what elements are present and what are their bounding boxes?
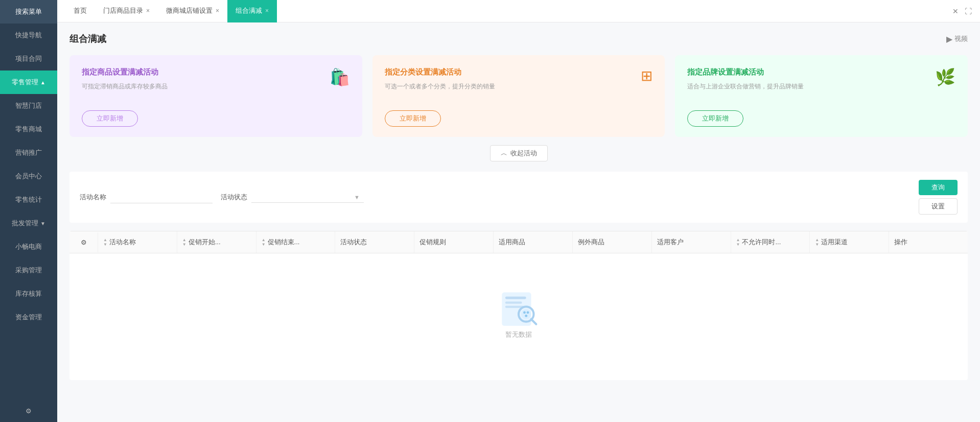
sidebar-item-quick-nav[interactable]: 快捷导航 bbox=[0, 24, 57, 47]
sidebar-item-label: 搜索菜单 bbox=[15, 8, 42, 15]
tab-combo-discount[interactable]: 组合满减 × bbox=[227, 0, 277, 22]
th-applicable-customer: 适用客户 bbox=[652, 231, 731, 253]
sidebar-item-purchase-mgmt[interactable]: 采购管理 bbox=[0, 259, 57, 282]
tab-mini-shop-settings[interactable]: 微商城店铺设置 × bbox=[158, 0, 227, 22]
th-activity-name: ▲▼ 活动名称 bbox=[98, 231, 177, 253]
sidebar-item-label: 批发管理 bbox=[12, 219, 38, 228]
tab-mini-shop-close[interactable]: × bbox=[216, 7, 219, 14]
activity-status-select[interactable]: ▼ bbox=[251, 192, 364, 203]
tab-home[interactable]: 首页 bbox=[65, 0, 95, 22]
sidebar-item-wholesale-mgmt[interactable]: 批发管理 ▼ bbox=[0, 212, 57, 235]
svg-point-5 bbox=[521, 309, 531, 319]
th-applicable-channel-label: 适用渠道 bbox=[821, 238, 848, 247]
sidebar-item-member-center[interactable]: 会员中心 bbox=[0, 165, 57, 188]
tab-mini-shop-label: 微商城店铺设置 bbox=[166, 6, 213, 15]
sidebar-item-label: 项目合同 bbox=[15, 55, 42, 62]
th-operation-label: 操作 bbox=[894, 238, 907, 247]
sidebar-item-inventory[interactable]: 库存核算 bbox=[0, 282, 57, 306]
activity-status-field: 活动状态 ▼ bbox=[221, 192, 364, 203]
th-gear[interactable]: ⚙ bbox=[69, 232, 98, 252]
sort-icon-5[interactable]: ▲▼ bbox=[815, 238, 819, 247]
table-empty-state: 暂无数据 bbox=[69, 253, 968, 380]
tab-bar-controls: ✕ ⛶ bbox=[952, 7, 972, 15]
card-brand-add-btn[interactable]: 立即新增 bbox=[687, 110, 743, 127]
th-applicable-goods-label: 适用商品 bbox=[499, 238, 525, 247]
th-activity-name-label: 活动名称 bbox=[109, 238, 136, 247]
sidebar-item-retail-mall[interactable]: 零售商城 bbox=[0, 118, 57, 141]
main-area: 首页 门店商品目录 × 微商城店铺设置 × 组合满减 × ✕ ⛶ 组合满减 ▶ … bbox=[57, 0, 980, 422]
card-brand-desc: 适合与上游企业联合做营销，提升品牌销量 bbox=[687, 82, 955, 100]
sidebar-item-xiaochangec[interactable]: 小畅电商 bbox=[0, 235, 57, 259]
th-operation: 操作 bbox=[889, 231, 968, 253]
sort-icon[interactable]: ▲▼ bbox=[103, 238, 107, 247]
card-product-desc: 可指定滞销商品或库存较多商品 bbox=[82, 82, 350, 100]
settings-icon-btn[interactable]: ⚙ bbox=[0, 400, 57, 422]
sidebar-item-label: 营销推广 bbox=[15, 149, 42, 156]
sort-icon-4[interactable]: ▲▼ bbox=[736, 238, 740, 247]
settings-button[interactable]: 设置 bbox=[919, 198, 958, 215]
empty-text: 暂无数据 bbox=[505, 330, 532, 339]
sidebar-item-label: 库存核算 bbox=[15, 290, 42, 297]
activity-status-label: 活动状态 bbox=[221, 193, 247, 202]
expand-icon[interactable]: ⛶ bbox=[965, 7, 972, 15]
tab-store-catalog[interactable]: 门店商品目录 × bbox=[95, 0, 158, 22]
svg-rect-1 bbox=[505, 297, 526, 299]
page-header: 组合满减 ▶ 视频 bbox=[69, 33, 968, 45]
th-activity-status: 活动状态 bbox=[335, 231, 414, 253]
th-promo-rule-label: 促销规则 bbox=[419, 238, 446, 247]
collapse-label: 收起活动 bbox=[510, 149, 537, 158]
sidebar-item-label: 会员中心 bbox=[15, 172, 42, 180]
close-window-icon[interactable]: ✕ bbox=[952, 7, 959, 15]
th-exception-goods-label: 例外商品 bbox=[578, 238, 604, 247]
sort-icon-3[interactable]: ▲▼ bbox=[262, 238, 266, 247]
sidebar-item-label: 零售管理 bbox=[12, 78, 38, 87]
sidebar-item-smart-store[interactable]: 智慧门店 bbox=[0, 94, 57, 118]
card-category-title: 指定分类设置满减活动 bbox=[385, 67, 653, 77]
th-no-overlap: ▲▼ 不允许同时... bbox=[731, 231, 810, 253]
sidebar-item-label: 小畅电商 bbox=[15, 243, 42, 250]
svg-point-8 bbox=[527, 311, 529, 314]
query-button[interactable]: 查询 bbox=[919, 180, 958, 195]
th-promo-rule: 促销规则 bbox=[414, 231, 494, 253]
tab-combo-discount-close[interactable]: × bbox=[265, 7, 269, 14]
sidebar-item-marketing[interactable]: 营销推广 bbox=[0, 141, 57, 165]
activity-name-input[interactable] bbox=[110, 191, 213, 203]
sort-icon-2[interactable]: ▲▼ bbox=[182, 238, 186, 247]
sidebar-item-search-menu[interactable]: 搜索菜单 bbox=[0, 0, 57, 24]
sidebar-item-label: 智慧门店 bbox=[15, 102, 42, 109]
empty-illustration bbox=[493, 284, 544, 330]
card-category-add-btn[interactable]: 立即新增 bbox=[385, 110, 441, 127]
th-applicable-channel: ▲▼ 适用渠道 bbox=[810, 231, 889, 253]
video-link[interactable]: ▶ 视频 bbox=[946, 34, 968, 44]
search-bar: 活动名称 活动状态 ▼ 查询 设置 bbox=[69, 172, 968, 223]
leaf-icon: 🌿 bbox=[935, 67, 955, 87]
tab-store-catalog-label: 门店商品目录 bbox=[103, 6, 143, 15]
sidebar-item-retail-stats[interactable]: 零售统计 bbox=[0, 188, 57, 212]
sidebar-item-finance[interactable]: 资金管理 bbox=[0, 306, 57, 329]
sidebar-item-retail-mgmt[interactable]: 零售管理 ▲ bbox=[0, 71, 57, 94]
sidebar-item-label: 零售商城 bbox=[15, 125, 42, 133]
th-promo-start: ▲▼ 促销开始... bbox=[177, 231, 256, 253]
page-title: 组合满减 bbox=[69, 33, 106, 45]
play-circle-icon: ▶ bbox=[946, 34, 952, 44]
data-table: ⚙ ▲▼ 活动名称 ▲▼ 促销开始... ▲▼ 促销结束... 活动状态 bbox=[69, 231, 968, 380]
tab-bar: 首页 门店商品目录 × 微商城店铺设置 × 组合满减 × ✕ ⛶ bbox=[57, 0, 980, 22]
svg-rect-2 bbox=[505, 301, 522, 303]
sidebar-item-project-contract[interactable]: 项目合同 bbox=[0, 47, 57, 71]
sidebar-item-label: 采购管理 bbox=[15, 266, 42, 274]
svg-line-6 bbox=[531, 319, 536, 324]
card-product-add-btn[interactable]: 立即新增 bbox=[82, 110, 138, 127]
gear-icon: ⚙ bbox=[81, 239, 87, 246]
svg-point-9 bbox=[525, 315, 527, 317]
th-no-overlap-label: 不允许同时... bbox=[742, 238, 781, 247]
page-content: 组合满减 ▶ 视频 指定商品设置满减活动 可指定滞销商品或库存较多商品 🛍️ 立… bbox=[57, 22, 980, 422]
svg-point-7 bbox=[523, 311, 526, 314]
tab-store-catalog-close[interactable]: × bbox=[146, 7, 150, 14]
chevron-up-icon: ︿ bbox=[501, 149, 507, 158]
sidebar: 搜索菜单 快捷导航 项目合同 零售管理 ▲ 智慧门店 零售商城 营销推广 会员中… bbox=[0, 0, 57, 422]
activity-name-field: 活动名称 bbox=[80, 191, 213, 203]
video-label: 视频 bbox=[954, 34, 968, 43]
card-brand-title: 指定品牌设置满减活动 bbox=[687, 67, 955, 77]
bag-icon: 🛍️ bbox=[330, 67, 350, 87]
collapse-activities-btn[interactable]: ︿ 收起活动 bbox=[490, 145, 548, 161]
